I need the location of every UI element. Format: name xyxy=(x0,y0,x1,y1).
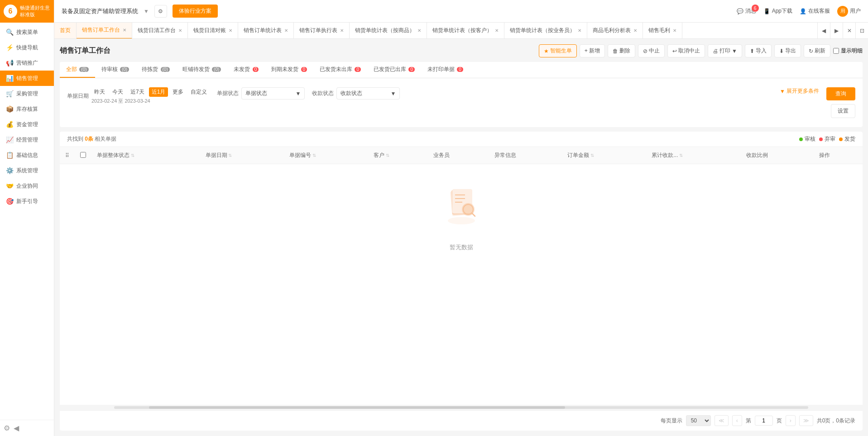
show-detail-checkbox-label[interactable]: 显示明细 xyxy=(833,47,863,55)
sub-tab-all[interactable]: 全部 (0) xyxy=(60,62,95,78)
settings-bottom-btn[interactable]: ⚙ xyxy=(4,424,10,432)
col-customer[interactable]: 客户 xyxy=(368,147,428,164)
delete-btn[interactable]: 🗑 删除 xyxy=(608,44,635,57)
tabs-close-btn[interactable]: ✕ xyxy=(843,23,855,39)
refresh-btn[interactable]: ↻ 刷新 xyxy=(804,44,830,57)
tab-staff-stat-close[interactable]: ✕ xyxy=(578,28,581,33)
date-opt-1month[interactable]: 近1月 xyxy=(149,87,168,97)
date-opt-7days[interactable]: 近7天 xyxy=(128,87,147,97)
online-service-btn[interactable]: 👤 在线客服 xyxy=(800,7,830,15)
sidebar-item-system[interactable]: ⚙️ 系统管理 xyxy=(0,163,54,178)
sidebar-item-purchase[interactable]: 🛒 采购管理 xyxy=(0,86,54,101)
print-btn[interactable]: 🖨 打印 ▼ xyxy=(708,44,742,57)
tab-sales-workbench-close[interactable]: ✕ xyxy=(123,28,126,33)
sub-tab-shipped-not-out[interactable]: 已发货未出库 0 xyxy=(313,62,367,78)
sidebar-item-basic-info[interactable]: 📋 基础信息 xyxy=(0,147,54,163)
tab-sales-stat-close[interactable]: ✕ xyxy=(284,28,288,33)
cancel-stop-btn[interactable]: ↩ 取消中止 xyxy=(667,44,705,57)
sub-tab-shipped-not-out-count: 0 xyxy=(355,67,361,72)
sidebar-item-marketing[interactable]: 📢 营销推广 xyxy=(0,55,54,71)
stop-btn[interactable]: ⊘ 中止 xyxy=(638,44,665,57)
col-amount[interactable]: 订单金额 xyxy=(562,147,646,164)
date-opt-custom[interactable]: 自定义 xyxy=(188,87,210,97)
tab-sales-stat[interactable]: 销售订单统计表 ✕ xyxy=(238,23,294,39)
app-download-btn[interactable]: 📱 App下载 xyxy=(763,7,792,15)
sub-tab-pending-pick[interactable]: 待拣货 (0) xyxy=(135,62,176,78)
tabs-prev-btn[interactable]: ◀ xyxy=(817,23,830,39)
tab-staff-stat[interactable]: 销货单统计表（按业务员） ✕ xyxy=(504,23,587,39)
select-all-checkbox[interactable] xyxy=(80,152,86,158)
sidebar-item-guide[interactable]: 🎯 新手引导 xyxy=(0,194,54,209)
date-opt-yesterday[interactable]: 昨天 xyxy=(91,87,108,97)
export-btn[interactable]: ⬇ 导出 xyxy=(774,44,801,57)
scroll-thumb[interactable] xyxy=(149,406,566,409)
tab-sales-exec-close[interactable]: ✕ xyxy=(340,28,344,33)
sub-tab-unshipped[interactable]: 未发货 0 xyxy=(227,62,265,78)
tab-sales-margin-close[interactable]: ✕ xyxy=(673,28,676,33)
sidebar-item-inventory[interactable]: 📦 库存核算 xyxy=(0,101,54,117)
sidebar-item-operations[interactable]: 📈 经营管理 xyxy=(0,132,54,147)
tab-cash-daily-close[interactable]: ✕ xyxy=(178,28,182,33)
tab-home[interactable]: 首页 xyxy=(54,23,77,39)
tabs-expand-btn[interactable]: ⊡ xyxy=(855,23,868,39)
collapse-btn[interactable]: ◀ xyxy=(14,424,19,432)
per-page-select[interactable]: 50 20 100 xyxy=(686,415,711,426)
new-btn[interactable]: + 新增 xyxy=(580,44,605,57)
payment-select[interactable]: 收款状态 ▼ xyxy=(336,87,400,100)
sidebar-item-enterprise[interactable]: 🤝 企业协同 xyxy=(0,178,54,194)
sub-tab-overdue-unshipped[interactable]: 到期未发货 0 xyxy=(265,62,313,78)
message-btn[interactable]: 💬 消息 6 xyxy=(737,7,756,15)
cancel-audit-action-btn[interactable]: 弃审 xyxy=(819,135,835,143)
tab-cash-reconcile-close[interactable]: ✕ xyxy=(229,28,232,33)
scroll-bar-area[interactable] xyxy=(60,405,863,410)
query-btn[interactable]: 查询 xyxy=(826,87,855,100)
delete-icon: 🗑 xyxy=(613,48,618,54)
sub-tab-unprinted[interactable]: 未打印单据 0 xyxy=(421,62,470,78)
filter-settings-btn[interactable]: 设置 xyxy=(831,104,855,118)
message-badge: 6 xyxy=(752,5,759,12)
settings-button[interactable]: ⚙ xyxy=(154,5,167,18)
last-page-btn[interactable]: ≫ xyxy=(799,415,813,426)
tab-cash-daily[interactable]: 钱货日清工作台 ✕ xyxy=(132,23,188,39)
sub-tab-shipped-out[interactable]: 已发货已出库 0 xyxy=(367,62,421,78)
scroll-track[interactable] xyxy=(114,406,808,409)
tab-sales-workbench[interactable]: 销售订单工作台 ✕ xyxy=(77,23,132,39)
tab-margin-analysis[interactable]: 商品毛利分析表 ✕ xyxy=(587,23,643,39)
audit-action-btn[interactable]: 审核 xyxy=(799,135,815,143)
tab-sales-margin[interactable]: 销售毛利 ✕ xyxy=(643,23,682,39)
sidebar-item-quick-nav[interactable]: ⚡ 快捷导航 xyxy=(0,40,54,55)
date-opt-today[interactable]: 今天 xyxy=(110,87,126,97)
user-menu[interactable]: 用 用户 xyxy=(837,6,861,17)
tab-cust-stat[interactable]: 销货单统计表（按客户） ✕ xyxy=(427,23,504,39)
col-overall-status[interactable]: 单据整体状态 xyxy=(91,147,200,164)
page-input[interactable] xyxy=(755,416,773,426)
sub-tab-pending-audit[interactable]: 待审核 (0) xyxy=(95,62,136,78)
tab-sales-exec[interactable]: 销售订单执行表 ✕ xyxy=(294,23,350,39)
industry-btn[interactable]: 体验行业方案 xyxy=(173,5,218,18)
tab-cust-stat-close[interactable]: ✕ xyxy=(495,28,499,33)
status-select[interactable]: 单据状态 ▼ xyxy=(241,87,305,100)
tab-margin-analysis-close[interactable]: ✕ xyxy=(633,28,637,33)
tab-cash-reconcile[interactable]: 钱货日清对账 ✕ xyxy=(188,23,238,39)
sidebar-item-sales[interactable]: 📊 销售管理 xyxy=(0,71,54,86)
smart-create-btn[interactable]: ★ 智能生单 xyxy=(539,44,577,57)
tab-goods-stat-close[interactable]: ✕ xyxy=(417,28,421,33)
sub-tab-wangpu-ship[interactable]: 旺铺待发货 (0) xyxy=(176,62,228,78)
sidebar-item-finance[interactable]: 💰 资金管理 xyxy=(0,117,54,132)
col-number[interactable]: 单据编号 xyxy=(284,147,368,164)
tabs-next-btn[interactable]: ▶ xyxy=(830,23,843,39)
sidebar-item-search[interactable]: 🔍 搜索菜单 xyxy=(0,24,54,40)
message-icon: 💬 xyxy=(737,8,743,14)
first-page-btn[interactable]: ≪ xyxy=(715,415,729,426)
expand-conditions-btn[interactable]: ▼ 展开更多条件 xyxy=(780,87,819,95)
checkbox-col-header[interactable] xyxy=(75,147,91,164)
date-opt-more[interactable]: 更多 xyxy=(170,87,186,97)
import-btn[interactable]: ⬆ 导入 xyxy=(745,44,772,57)
next-page-btn[interactable]: › xyxy=(786,415,796,426)
tab-goods-stat[interactable]: 销货单统计表（按商品） ✕ xyxy=(350,23,427,39)
prev-page-btn[interactable]: ‹ xyxy=(732,415,742,426)
col-collected[interactable]: 累计收款... xyxy=(646,147,740,164)
ship-action-btn[interactable]: 发货 xyxy=(839,135,855,143)
show-detail-checkbox[interactable] xyxy=(833,48,839,54)
col-date[interactable]: 单据日期 xyxy=(200,147,284,164)
